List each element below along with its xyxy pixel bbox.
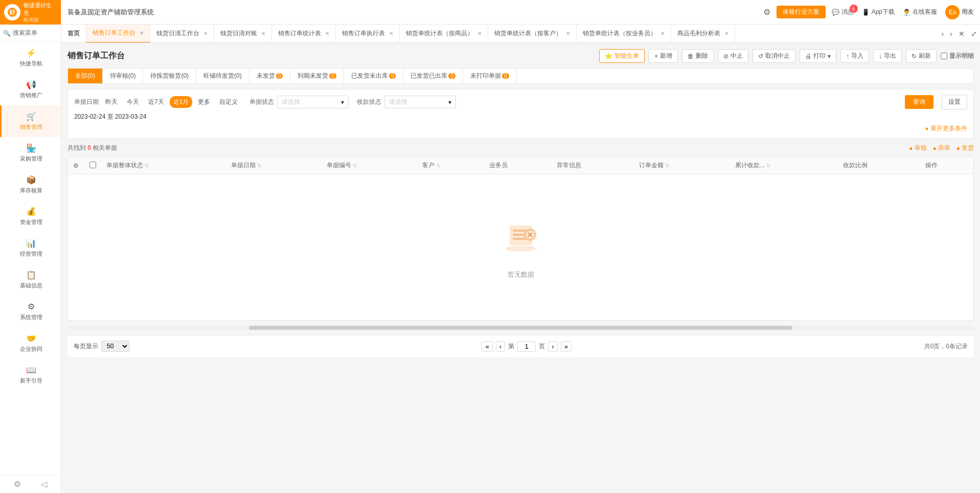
tab-close-sales-order-stats[interactable]: ✕: [325, 31, 329, 36]
online-service-btn[interactable]: 👨‍💼 在线客服: [903, 8, 937, 16]
subtab-wangpu-pending[interactable]: 旺铺待发货(0): [196, 69, 249, 83]
user-menu[interactable]: Ea 用友: [945, 5, 974, 19]
query-btn[interactable]: 查询: [905, 95, 933, 109]
sort-bill-status-icon[interactable]: ⇅: [145, 163, 149, 168]
tab-close-sales-order-workbench[interactable]: ✕: [140, 30, 144, 36]
cancel-stop-btn[interactable]: ↺ 取消中止: [753, 49, 795, 63]
date-yesterday-btn[interactable]: 昨天: [102, 96, 121, 108]
filter-payment-select[interactable]: 请选择 ▾: [384, 96, 456, 108]
refresh-btn[interactable]: ↻ 刷新: [906, 49, 937, 63]
sort-bill-date-icon[interactable]: ⇅: [257, 163, 261, 168]
sidebar-item-guide[interactable]: 📖 新手引导: [0, 359, 61, 391]
message-btn[interactable]: 💬 消息 6: [832, 8, 854, 16]
tab-close-sales-stats-product[interactable]: ✕: [477, 31, 482, 36]
export-btn[interactable]: ↓ 导出: [873, 49, 902, 63]
subtab-pending-review[interactable]: 待审核(0): [103, 69, 144, 83]
tab-home[interactable]: 首页: [61, 25, 86, 43]
col-settings[interactable]: ⚙: [68, 157, 84, 174]
expand-more-conditions-btn[interactable]: ▾ 展开更多条件: [925, 124, 967, 133]
tab-scroll-left[interactable]: ‹: [939, 30, 947, 38]
add-btn[interactable]: + 新增: [649, 49, 678, 63]
table-toolbar: 共找到 0 相关单据 ● 审核 ● 弃审 ● 发货: [67, 144, 974, 152]
filter-bar: 单据日期 昨天 今天 近7天 近1月 更多 自定义 单据状态: [67, 89, 974, 139]
stop-btn[interactable]: ⊘ 中止: [718, 49, 748, 63]
table-body: 暂无数据: [68, 174, 973, 321]
sort-cumulative-icon[interactable]: ⇅: [766, 163, 770, 168]
sidebar-item-sales[interactable]: 🛒 销售管理: [0, 105, 61, 137]
tab-close-product-margin[interactable]: ✕: [724, 31, 728, 36]
date-7days-btn[interactable]: 近7天: [145, 96, 168, 108]
filter-status-select[interactable]: 请选择 ▾: [277, 96, 349, 108]
filter-expand-row: ▾ 展开更多条件: [74, 124, 967, 133]
tab-close-all[interactable]: ✕: [955, 30, 968, 38]
col-checkbox[interactable]: [84, 157, 101, 174]
subtab-shipped-out[interactable]: 已发货已出库0: [403, 69, 463, 83]
date-more-btn[interactable]: 更多: [194, 96, 214, 108]
cancel-review-btn[interactable]: ● 弃审: [933, 144, 950, 152]
subtab-pending-inspect[interactable]: 待拣货验货(0): [143, 69, 196, 83]
tab-scroll-right[interactable]: ›: [947, 30, 955, 38]
display-detail-checkbox-label[interactable]: 显示明细: [941, 52, 974, 60]
tab-product-margin[interactable]: 商品毛利分析表 ✕: [671, 25, 735, 43]
page-number-input[interactable]: [517, 341, 536, 352]
tab-sales-order-workbench[interactable]: 销售订单工作台 ✕: [86, 25, 150, 43]
sort-order-amount-icon[interactable]: ⇅: [665, 163, 669, 168]
subtab-shipped-not-out[interactable]: 已发货未出库0: [344, 69, 404, 83]
tab-maximize[interactable]: ⤢: [968, 30, 980, 38]
subtab-not-shipped[interactable]: 未发货0: [249, 69, 291, 83]
app-download-btn[interactable]: 📱 App下载: [862, 8, 895, 16]
sidebar-item-quick-nav[interactable]: ⚡ 快捷导航: [0, 42, 61, 74]
display-detail-checkbox[interactable]: [941, 53, 947, 59]
sort-bill-no-icon[interactable]: ⇅: [353, 163, 357, 168]
subtab-expired-not-shipped[interactable]: 到期未发货0: [290, 69, 344, 83]
horizontal-scrollbar[interactable]: [67, 326, 974, 330]
search-icon: 🔍: [3, 30, 11, 37]
tab-close-sales-order-exec[interactable]: ✕: [389, 31, 393, 36]
set-btn[interactable]: 设置: [942, 95, 967, 109]
first-page-btn[interactable]: «: [482, 341, 492, 352]
delete-btn[interactable]: 🗑 删除: [682, 49, 714, 63]
next-page-btn[interactable]: ›: [548, 341, 557, 352]
date-custom-btn[interactable]: 自定义: [216, 96, 241, 108]
sidebar-item-marketing[interactable]: 📢 营销推广: [0, 74, 61, 105]
subtab-not-printed[interactable]: 未打印单据0: [463, 69, 517, 83]
tab-sales-stats-salesman[interactable]: 销货单统计表（按业务员） ✕: [577, 25, 671, 43]
date-1month-btn[interactable]: 近1月: [170, 96, 193, 108]
page-size-select[interactable]: 10 20 50 100: [101, 341, 129, 352]
tab-sales-order-stats[interactable]: 销售订单统计表 ✕: [272, 25, 336, 43]
sidebar-item-inventory[interactable]: 📦 库存核算: [0, 169, 61, 200]
tab-cash-daily[interactable]: 钱货日清工作台 ✕: [150, 25, 214, 43]
tab-close-cash-daily[interactable]: ✕: [203, 31, 208, 36]
settings-gear-icon[interactable]: ⚙: [14, 479, 21, 489]
tab-sales-stats-customer[interactable]: 销货单统计表（按客户） ✕: [488, 25, 577, 43]
tab-close-sales-stats-salesman[interactable]: ✕: [660, 31, 665, 36]
tab-cash-reconcile[interactable]: 钱货日清对账 ✕: [214, 25, 272, 43]
tab-close-cash-reconcile[interactable]: ✕: [261, 31, 265, 36]
prev-page-btn[interactable]: ‹: [496, 341, 505, 352]
smart-generate-btn[interactable]: ⭐ 智能生单: [599, 49, 645, 63]
sidebar-item-system[interactable]: ⚙ 系统管理: [0, 296, 61, 327]
last-page-btn[interactable]: »: [561, 341, 572, 352]
import-btn[interactable]: ↑ 导入: [840, 49, 869, 63]
sidebar-item-finance[interactable]: 💰 资金管理: [0, 200, 61, 232]
sidebar-search-menu[interactable]: 🔍 搜索菜单: [0, 25, 61, 42]
sidebar-item-operations[interactable]: 📊 经营管理: [0, 232, 61, 264]
select-all-checkbox[interactable]: [89, 162, 96, 168]
review-btn[interactable]: ● 审核: [909, 144, 926, 152]
collapse-sidebar-icon[interactable]: ◁: [41, 479, 47, 489]
sort-customer-icon[interactable]: ⇅: [436, 163, 440, 168]
sidebar-item-enterprise[interactable]: 🤝 企业协同: [0, 327, 61, 359]
tab-close-sales-stats-customer[interactable]: ✕: [566, 31, 570, 36]
date-today-btn[interactable]: 今天: [123, 96, 143, 108]
logo-icon: 好: [4, 4, 20, 20]
tab-sales-order-exec[interactable]: 销售订单执行表 ✕: [336, 25, 400, 43]
scroll-thumb[interactable]: [249, 326, 793, 330]
subtab-all[interactable]: 全部(0): [68, 69, 103, 83]
industry-btn[interactable]: 体验行业方案: [777, 6, 826, 18]
tab-sales-stats-product[interactable]: 销货单统计表（按商品） ✕: [400, 25, 488, 43]
sidebar-item-purchase[interactable]: 🏪 采购管理: [0, 137, 61, 169]
topbar-settings-icon[interactable]: ⚙: [763, 7, 770, 17]
sidebar-item-basic[interactable]: 📋 基础信息: [0, 264, 61, 296]
print-btn[interactable]: 🖨 打印 ▾: [800, 49, 836, 63]
ship-btn[interactable]: ● 发货: [956, 144, 974, 152]
